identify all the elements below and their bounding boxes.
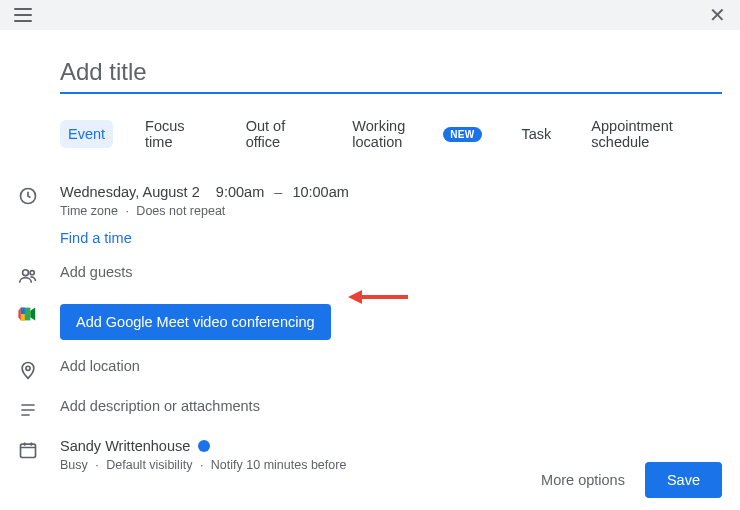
tab-focus-time[interactable]: Focus time: [137, 112, 214, 156]
close-icon[interactable]: ✕: [709, 5, 726, 25]
new-badge: NEW: [443, 127, 481, 142]
availability-label[interactable]: Busy: [60, 458, 88, 472]
event-title-input[interactable]: [60, 54, 722, 94]
tab-appointment-schedule[interactable]: Appointment schedule: [583, 112, 722, 156]
location-pin-icon: [18, 358, 60, 380]
event-end-time[interactable]: 10:00am: [292, 184, 348, 200]
dialog-footer: More options Save: [541, 462, 722, 498]
time-dash: –: [274, 184, 282, 200]
more-options-button[interactable]: More options: [541, 472, 625, 488]
add-guests-input[interactable]: Add guests: [60, 264, 722, 280]
add-location-input[interactable]: Add location: [60, 358, 722, 374]
visibility-label[interactable]: Default visibility: [106, 458, 192, 472]
svg-rect-4: [21, 444, 36, 457]
clock-icon: [18, 184, 60, 206]
svg-point-2: [30, 271, 34, 275]
hamburger-menu-icon[interactable]: [14, 8, 32, 22]
recurrence-link[interactable]: Does not repeat: [136, 204, 225, 218]
tab-working-location[interactable]: Working location NEW: [344, 112, 489, 156]
svg-point-3: [26, 366, 30, 370]
people-icon: [18, 264, 60, 286]
find-a-time-link[interactable]: Find a time: [60, 230, 722, 246]
tab-working-location-label: Working location: [352, 118, 437, 150]
organizer-name[interactable]: Sandy Writtenhouse: [60, 438, 190, 454]
save-button[interactable]: Save: [645, 462, 722, 498]
tab-task[interactable]: Task: [514, 120, 560, 148]
timezone-link[interactable]: Time zone: [60, 204, 118, 218]
description-icon: [18, 398, 60, 420]
add-description-input[interactable]: Add description or attachments: [60, 398, 722, 414]
event-type-tabs: Event Focus time Out of office Working l…: [60, 112, 722, 156]
tab-event[interactable]: Event: [60, 120, 113, 148]
event-start-time[interactable]: 9:00am: [216, 184, 264, 200]
tab-out-of-office[interactable]: Out of office: [238, 112, 321, 156]
svg-point-1: [23, 270, 29, 276]
notification-label[interactable]: Notify 10 minutes before: [211, 458, 347, 472]
add-google-meet-button[interactable]: Add Google Meet video conferencing: [60, 304, 331, 340]
dialog-top-bar: ✕: [0, 0, 740, 30]
calendar-icon: [18, 438, 60, 460]
event-date[interactable]: Wednesday, August 2: [60, 184, 200, 200]
calendar-color-dot[interactable]: [198, 440, 210, 452]
google-meet-icon: [18, 304, 60, 322]
